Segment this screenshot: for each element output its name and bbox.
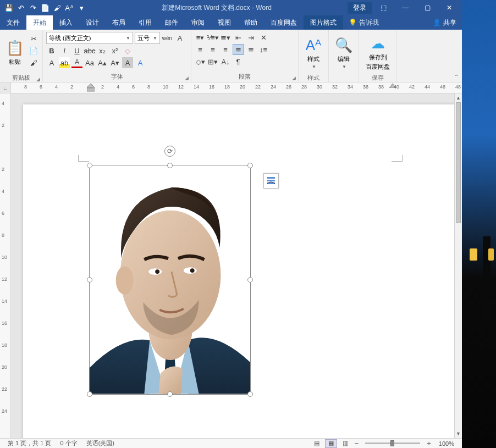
font-color-icon[interactable]: A xyxy=(71,57,82,68)
superscript-button[interactable]: x² xyxy=(109,45,120,56)
align-right-icon[interactable]: ≡ xyxy=(220,44,231,55)
layout-options-icon[interactable] xyxy=(263,173,279,189)
status-language[interactable]: 英语(美国) xyxy=(82,439,119,447)
tab-picture-format[interactable]: 图片格式 xyxy=(304,15,343,30)
brush-icon[interactable]: 🖌 xyxy=(53,3,62,12)
italic-button[interactable]: I xyxy=(59,45,70,56)
text-effects-icon[interactable]: A xyxy=(135,57,146,68)
qat-more-icon[interactable]: ▾ xyxy=(77,3,86,12)
show-marks-icon[interactable]: ¶ xyxy=(233,56,244,67)
zoom-out-button[interactable]: − xyxy=(354,439,360,447)
multilevel-icon[interactable]: ≣▾ xyxy=(220,32,231,43)
handle-w[interactable] xyxy=(87,277,92,283)
collapse-ribbon-icon[interactable]: ⌃ xyxy=(454,74,459,80)
format-painter-icon[interactable]: 🖌 xyxy=(28,57,39,68)
selected-image[interactable]: ⟳ xyxy=(89,165,251,395)
decrease-indent-icon[interactable]: ⇤ xyxy=(233,32,244,43)
close-button[interactable]: ✕ xyxy=(439,0,460,15)
scroll-thumb[interactable] xyxy=(456,102,461,223)
line-spacing-icon[interactable]: ↕≡ xyxy=(258,44,269,55)
tab-design[interactable]: 设计 xyxy=(79,15,106,30)
clipboard-launcher-icon[interactable]: ◢ xyxy=(36,76,40,82)
share-button[interactable]: 👤共享 xyxy=(427,15,462,30)
handle-sw[interactable] xyxy=(87,391,92,397)
undo-icon[interactable]: ↶ xyxy=(16,3,25,12)
handle-se[interactable] xyxy=(247,391,253,397)
zoom-level[interactable]: 100% xyxy=(434,440,459,447)
redo-icon[interactable]: ↷ xyxy=(29,3,37,12)
zoom-in-button[interactable]: + xyxy=(426,439,432,447)
justify-icon[interactable]: ≣ xyxy=(233,44,244,55)
change-case-icon[interactable]: Aa xyxy=(84,57,95,68)
sort-icon[interactable]: A↓ xyxy=(220,56,231,67)
borders-icon[interactable]: ⊞▾ xyxy=(207,56,218,67)
horizontal-ruler[interactable]: ∟ 86422468101214161820222426283032343638… xyxy=(0,82,462,93)
clear-format-icon[interactable]: ◇ xyxy=(122,45,133,56)
editing-button[interactable]: 🔍 编辑 ▼ xyxy=(332,32,355,74)
ribbon-display-button[interactable]: ⬚ xyxy=(373,0,394,15)
enclose-char-icon[interactable]: A xyxy=(122,57,133,68)
distributed-icon[interactable]: ≣ xyxy=(245,44,256,55)
handle-ne[interactable] xyxy=(247,163,253,168)
asian-layout-icon[interactable]: ✕ xyxy=(258,32,269,43)
tell-me[interactable]: 💡告诉我 xyxy=(343,15,384,30)
tab-selector[interactable]: ∟ xyxy=(0,82,11,93)
underline-button[interactable]: U xyxy=(71,45,82,56)
tab-review[interactable]: 审阅 xyxy=(185,15,211,30)
tab-references[interactable]: 引用 xyxy=(132,15,158,30)
char-shading-icon[interactable]: A xyxy=(46,57,57,68)
tab-view[interactable]: 视图 xyxy=(211,15,238,30)
tab-file[interactable]: 文件 xyxy=(0,15,26,30)
tab-home[interactable]: 开始 xyxy=(26,15,53,30)
grow-font-icon[interactable]: A▴ xyxy=(97,57,108,68)
shrink-font-icon[interactable]: A▾ xyxy=(109,57,120,68)
numbering-icon[interactable]: ⅟≡▾ xyxy=(207,32,218,43)
minimize-button[interactable]: — xyxy=(395,0,416,15)
scroll-down-icon[interactable]: ▼ xyxy=(455,429,462,438)
char-border-icon[interactable]: A xyxy=(174,32,185,43)
increase-indent-icon[interactable]: ⇥ xyxy=(245,32,256,43)
strike-button[interactable]: abc xyxy=(84,45,95,56)
tab-help[interactable]: 帮助 xyxy=(238,15,264,30)
handle-e[interactable] xyxy=(247,277,253,283)
first-line-indent-icon[interactable] xyxy=(87,84,95,92)
web-layout-icon[interactable]: ▥ xyxy=(339,439,351,448)
tab-layout[interactable]: 布局 xyxy=(106,15,132,30)
bold-button[interactable]: B xyxy=(46,45,57,56)
scroll-up-icon[interactable]: ▲ xyxy=(455,93,462,102)
vertical-scrollbar[interactable]: ▲ ▼ xyxy=(454,93,462,438)
tab-insert[interactable]: 插入 xyxy=(53,15,79,30)
login-button[interactable]: 登录 xyxy=(348,2,372,14)
copy-icon[interactable]: 📄 xyxy=(28,45,39,56)
print-layout-icon[interactable]: ▦ xyxy=(325,439,337,448)
handle-n[interactable] xyxy=(167,163,173,168)
read-mode-icon[interactable]: ▤ xyxy=(311,439,323,448)
font-size-select[interactable]: 五号▼ xyxy=(135,32,160,44)
status-words[interactable]: 0 个字 xyxy=(56,439,81,447)
font-name-select[interactable]: 等线 (西文正文)▼ xyxy=(46,32,133,44)
paragraph-launcher-icon[interactable]: ◢ xyxy=(292,75,296,81)
scroll-track[interactable] xyxy=(455,102,462,429)
align-center-icon[interactable]: ≡ xyxy=(207,44,218,55)
handle-nw[interactable] xyxy=(87,163,92,168)
paste-button[interactable]: 📋 粘贴 xyxy=(3,32,26,74)
mode-icon[interactable]: 📄 xyxy=(41,3,49,12)
shading-icon[interactable]: ◇▾ xyxy=(195,56,206,67)
document-viewport[interactable]: ⟳ xyxy=(11,93,454,438)
font-launcher-icon[interactable]: ◢ xyxy=(185,75,189,81)
subscript-button[interactable]: x₂ xyxy=(97,45,108,56)
status-page[interactable]: 第 1 页，共 1 页 xyxy=(3,439,56,447)
page[interactable]: ⟳ xyxy=(23,104,454,438)
highlight-icon[interactable]: ab xyxy=(59,57,70,68)
phonetic-guide-icon[interactable]: wén xyxy=(162,32,173,43)
vertical-ruler[interactable]: 4224681012141618202224 xyxy=(0,93,11,438)
zoom-slider[interactable] xyxy=(365,443,420,444)
tab-mail[interactable]: 邮件 xyxy=(158,15,185,30)
maximize-button[interactable]: ▢ xyxy=(417,0,438,15)
font-grow-icon[interactable]: Aᐞ xyxy=(65,3,74,12)
save-to-baidu-button[interactable]: ☁ 保存到 百度网盘 xyxy=(362,32,393,74)
align-left-icon[interactable]: ≡ xyxy=(195,44,206,55)
zoom-thumb[interactable] xyxy=(390,440,394,446)
cut-icon[interactable]: ✂ xyxy=(28,33,39,44)
handle-s[interactable] xyxy=(167,391,173,397)
